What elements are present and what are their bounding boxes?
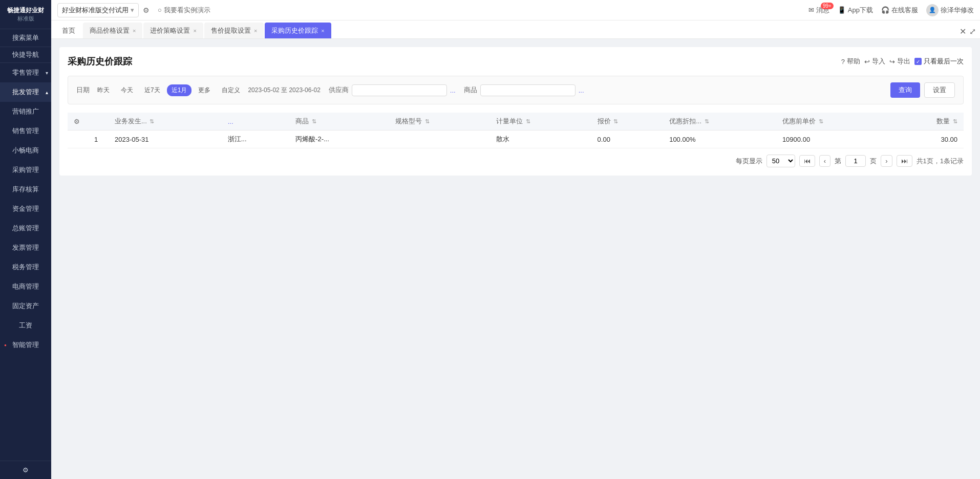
date-btn-today[interactable]: 今天 [116, 84, 138, 96]
sidebar-item-search[interactable]: 搜索菜单 [0, 29, 51, 47]
query-button[interactable]: 查询 [890, 82, 920, 98]
sidebar-settings-icon[interactable]: ⚙ [0, 461, 51, 479]
sidebar-item-label-payroll: 工资 [19, 321, 32, 329]
tab-purchase-strategy[interactable]: 进价策略设置 × [143, 23, 203, 38]
date-btn-7days[interactable]: 近7天 [140, 84, 165, 96]
date-btn-more[interactable]: 更多 [194, 84, 215, 96]
tab-purchase-history[interactable]: 采购历史价跟踪 × [265, 23, 331, 38]
sidebar-logo: 畅捷通好业财 标准版 [0, 0, 51, 29]
settings-button[interactable]: 设置 [924, 82, 955, 98]
message-badge: 99+ [821, 3, 834, 9]
last-page-btn[interactable]: ⏭ [897, 155, 912, 167]
sidebar-item-ledger[interactable]: 总账管理 [0, 219, 51, 238]
sidebar-item-payroll[interactable]: 工资 [0, 316, 51, 335]
sidebar-item-finance[interactable]: 资金管理 [0, 199, 51, 219]
version-selector-text: 好业财标准版交付试用 [62, 6, 129, 15]
page-number-input[interactable] [845, 155, 866, 167]
only-last-checkbox-wrapper[interactable]: ✓ 只看最后一次 [914, 57, 964, 66]
sidebar-item-label-wholesale: 批发管理 [12, 88, 39, 96]
sidebar-item-label-ecom: 电商管理 [12, 282, 39, 290]
prev-page-btn[interactable]: ‹ [819, 155, 830, 167]
row-pre-discount-price: 10900.00 [776, 130, 891, 148]
tab-close-all-btn[interactable]: ✕ [960, 27, 966, 36]
sidebar-item-inventory[interactable]: 库存核算 [0, 180, 51, 199]
message-btn[interactable]: ✉ 消息 99+ [808, 6, 829, 15]
sidebar-item-ecom[interactable]: 电商管理 [0, 277, 51, 296]
sidebar-item-smart[interactable]: 智能管理 [0, 335, 51, 355]
col-quote[interactable]: 报价 ⇅ [591, 113, 664, 130]
tab-close-purchase-history[interactable]: × [321, 28, 324, 34]
per-page-select[interactable]: 50 10 20 100 [766, 155, 795, 167]
sort-icon-quantity: ⇅ [953, 118, 957, 124]
sidebar-item-tax[interactable]: 税务管理 [0, 257, 51, 277]
supplier-input[interactable] [352, 84, 447, 96]
sort-icon-pre-discount-price: ⇅ [819, 118, 823, 124]
goods-input[interactable] [480, 84, 576, 96]
col-spec[interactable]: 规格型号 ⇅ [389, 113, 490, 130]
tab-price-settings[interactable]: 商品价格设置 × [83, 23, 142, 38]
sidebar-item-sales[interactable]: 销售管理 [0, 121, 51, 141]
demo-link[interactable]: ○ 我要看实例演示 [158, 6, 210, 15]
app-download-btn[interactable]: 📱 App下载 [838, 6, 873, 15]
filter-row: 日期 昨天 今天 近7天 近1月 更多 自定义 2023-05-02 至 202… [76, 82, 955, 98]
col-more-col[interactable]: ... [222, 113, 289, 130]
row-discount-pct: 100.00% [663, 130, 776, 148]
online-service-btn[interactable]: 🎧 在线客服 [881, 6, 918, 15]
sidebar-item-marketing[interactable]: 营销推广 [0, 102, 51, 121]
page-title: 采购历史价跟踪 [68, 55, 132, 68]
tab-sale-extract[interactable]: 售价提取设置 × [204, 23, 264, 38]
tab-expand-btn[interactable]: ⤢ [969, 27, 976, 36]
date-btn-yesterday[interactable]: 昨天 [93, 84, 114, 96]
table-row: 1 2023-05-31 浙江... 丙烯酸-2-... 散水 0.00 100… [68, 130, 964, 148]
date-btn-1month[interactable]: 近1月 [167, 84, 192, 96]
sidebar-item-purchase[interactable]: 采购管理 [0, 160, 51, 180]
sidebar-item-fixed-assets[interactable]: 固定资产 [0, 296, 51, 316]
help-btn[interactable]: ? 帮助 [841, 57, 860, 66]
online-service-label: 在线客服 [891, 6, 918, 15]
sidebar-item-retail[interactable]: 零售管理 ▾ [0, 63, 51, 82]
date-quick-buttons: 昨天 今天 近7天 近1月 更多 自定义 [93, 84, 245, 96]
gear-icon: ⚙ [23, 466, 29, 474]
tab-home[interactable]: 首页 [55, 23, 82, 38]
table-header-row: ⚙ 业务发生... ⇅ ... 商品 [68, 113, 964, 130]
col-pre-discount-price[interactable]: 优惠前单价 ⇅ [776, 113, 891, 130]
sidebar-item-quicknav[interactable]: 快捷导航 [0, 47, 51, 63]
app-download-icon: 📱 [838, 6, 846, 14]
topbar-gear-icon[interactable]: ⚙ [143, 6, 150, 14]
tab-close-price-settings[interactable]: × [133, 28, 136, 34]
sidebar-item-invoice[interactable]: 发票管理 [0, 238, 51, 257]
import-btn[interactable]: ↩ 导入 [864, 57, 885, 66]
col-goods[interactable]: 商品 ⇅ [289, 113, 389, 130]
col-discount-pct[interactable]: 优惠折扣... ⇅ [663, 113, 776, 130]
supplier-more-btn[interactable]: ... [450, 86, 456, 94]
sidebar-item-wholesale[interactable]: 批发管理 ▴ [0, 82, 51, 102]
col-settings[interactable]: ⚙ [68, 113, 88, 130]
topbar: 好业财标准版交付试用 ▾ ⚙ ○ 我要看实例演示 ✉ 消息 99+ 📱 App下… [51, 0, 980, 20]
sidebar-item-ecom-small[interactable]: 小畅电商 [0, 141, 51, 160]
date-btn-custom[interactable]: 自定义 [217, 84, 245, 96]
only-last-checkbox[interactable]: ✓ [914, 58, 922, 65]
tab-close-purchase-strategy[interactable]: × [193, 28, 196, 34]
filter-supplier-group: 供应商 ... [329, 84, 456, 96]
goods-more-btn[interactable]: ... [579, 86, 584, 94]
chevron-icon-retail: ▾ [46, 70, 48, 75]
col-biz-date[interactable]: 业务发生... ⇅ [109, 113, 222, 130]
filter-goods-group: 商品 ... [464, 84, 584, 96]
export-btn[interactable]: ↪ 导出 [889, 57, 910, 66]
first-page-btn[interactable]: ⏮ [799, 155, 815, 167]
message-icon: ✉ [808, 6, 814, 14]
version-selector[interactable]: 好业财标准版交付试用 ▾ [57, 3, 139, 17]
question-icon: ? [841, 58, 845, 66]
col-unit[interactable]: 计量单位 ⇅ [490, 113, 591, 130]
col-unit-label: 计量单位 [496, 117, 523, 125]
date-filter-label: 日期 [76, 85, 90, 95]
sidebar-item-label-ecom-small: 小畅电商 [12, 146, 39, 154]
col-quantity[interactable]: 数量 ⇅ [891, 113, 964, 130]
row-index: 1 [88, 130, 109, 148]
tab-close-sale-extract[interactable]: × [254, 28, 257, 34]
next-page-btn[interactable]: › [881, 155, 892, 167]
date-range-display: 2023-05-02 至 2023-06-02 [248, 86, 320, 95]
sidebar-item-label-retail: 零售管理 [12, 69, 39, 76]
per-page-label: 每页显示 [736, 157, 762, 166]
user-menu[interactable]: 👤 徐泽华修改 [926, 4, 974, 16]
